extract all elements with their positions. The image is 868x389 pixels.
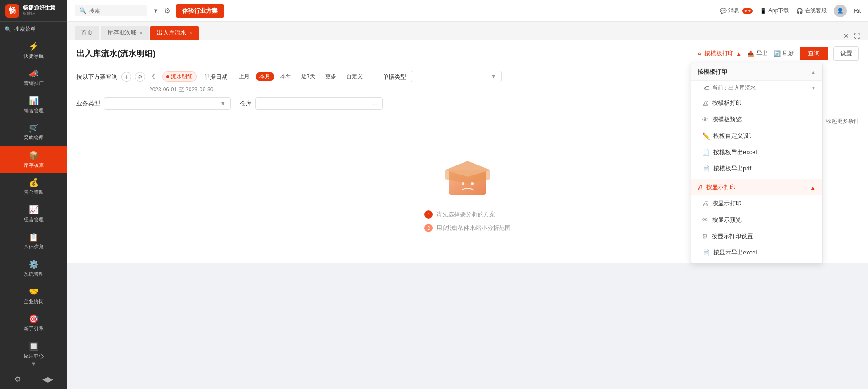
shortcut-current-month[interactable]: 本月 [256,72,274,81]
sidebar-item-marketing[interactable]: 📣 营销推广 [0,64,67,91]
export-icon: 📤 [747,50,754,57]
service-btn[interactable]: 🎧 在线客服 [796,7,827,15]
display-print-icon: 🖨 [702,200,708,207]
dropdown-item-template-preview[interactable]: 👁 按模板预览 [691,111,822,128]
nav-label: 经营管理 [24,216,44,223]
dropdown-item-display-pdf[interactable]: 📄 按显示导出pdf [691,261,822,263]
tab-home-label: 首页 [81,29,93,37]
sidebar-item-operation[interactable]: 📈 经营管理 [0,200,67,228]
shortcut-more[interactable]: 更多 [322,72,340,81]
search-input[interactable] [89,8,143,14]
purchase-icon: 🛒 [29,123,39,133]
nav-label: 新手引导 [24,325,44,332]
display-print-section-icon: 🖨 [698,184,703,191]
sidebar-search-btn[interactable]: 🔍 搜索菜单 [0,22,67,37]
user-avatar[interactable]: 👤 [834,5,847,17]
display-excel-icon: 📄 [702,249,710,256]
tab-batch[interactable]: 库存批次账 × [101,26,149,40]
query-button[interactable]: 查询 [800,47,828,60]
export-btn[interactable]: 📤 导出 [747,50,768,58]
top-bar: 🔍 ▼ ⚙ 体验行业方案 💬 消息 99+ 📱 App下载 🎧 在线客服 👤 [67,0,868,22]
filter-add-btn[interactable]: + [121,72,131,82]
sidebar-item-system[interactable]: ⚙️ 系统管理 [0,255,67,282]
active-filter-tag[interactable]: 流水明细 [162,71,197,82]
voucher-type-label: 单据类型 [383,73,406,81]
current-chevron[interactable]: ▼ [811,85,816,90]
step-num-2: 2 [424,224,433,232]
settings-gear-btn[interactable]: ⚙ [13,373,23,385]
tab-flow[interactable]: 出入库流水 × [150,26,198,40]
settings-button[interactable]: 设置 [833,46,859,61]
user-name[interactable]: Rit [854,8,861,14]
top-search[interactable]: 🔍 [75,5,147,16]
template-excel-icon: 📄 [702,149,710,156]
system-icon: ⚙️ [29,259,39,269]
win-close-btn[interactable]: ✕ [843,32,850,40]
sidebar-item-appcenter[interactable]: 🔲 应用中心 [0,337,67,359]
warehouse-label: 仓库 [240,100,252,108]
business-type-label: 业务类型 [76,100,100,108]
filter-voucher-area: 单据类型 ▼ [383,71,502,82]
dropdown-panel-header: 按模板打印 ▲ [691,63,822,81]
filter-collapse-chevron[interactable]: 《 [149,73,155,81]
collapse-more-btn[interactable]: ∧ 收起更多条件 [820,117,859,125]
dropdown-item-template-excel[interactable]: 📄 按模板导出excel [691,144,822,160]
sidebar-item-basic[interactable]: 📋 基础信息 [0,228,67,255]
dropdown-item-template-print[interactable]: 🖨 按模板打印 [691,95,822,111]
display-preview-icon: 👁 [702,216,708,224]
shortcut-last-month[interactable]: 上月 [235,72,253,81]
sidebar-item-purchase[interactable]: 🛒 采购管理 [0,119,67,146]
tab-flow-close[interactable]: × [189,30,192,35]
collapse-sidebar-btn[interactable]: ◀▶ [40,373,55,385]
template-custom-icon: ✏️ [702,132,710,140]
warehouse-select[interactable]: ··· [255,97,383,110]
dropdown-item-display-print[interactable]: 🖨 按显示打印 [691,195,822,212]
shortcut-current-year[interactable]: 本年 [277,72,295,81]
dropdown-collapse-btn[interactable]: ▲ [811,69,816,75]
message-badge: 99+ [742,8,753,14]
page-actions: 🖨 按模板打印 ▲ 📤 导出 🔄 刷新 查询 设置 按模板打印 [697,46,859,61]
dropdown-item-template-pdf[interactable]: 📄 按模板导出pdf [691,160,822,177]
nav-label: 企业协同 [24,298,44,305]
win-maximize-btn[interactable]: ⛶ [853,32,861,40]
business-type-wrap: 业务类型 ▼ [76,97,231,110]
business-type-select[interactable]: ▼ [104,97,231,110]
dropdown-item-display-excel[interactable]: 📄 按显示导出excel [691,244,822,261]
print-dropdown-btn[interactable]: 🖨 按模板打印 ▲ [697,50,742,58]
shortcut-custom[interactable]: 自定义 [343,72,366,81]
app-download-btn[interactable]: 📱 App下载 [760,7,789,15]
dropdown-item-display-settings[interactable]: ⚙ 按显示打印设置 [691,228,822,244]
sidebar-item-finance[interactable]: 💰 资金管理 [0,173,67,200]
voucher-type-select[interactable]: ▼ [411,71,502,82]
dropdown-divider [691,178,822,178]
quicknav-icon: ⚡ [29,41,39,51]
date-shortcuts: 上月 本月 本年 近7天 更多 自定义 [235,72,366,81]
tab-batch-close[interactable]: × [140,30,142,35]
sidebar-item-sales[interactable]: 📊 销售管理 [0,91,67,119]
dropdown-item-template-custom[interactable]: ✏️ 模板自定义设计 [691,128,822,144]
nav-label: 库存核算 [24,162,44,169]
warehouse-dots: ··· [373,100,378,107]
tab-home[interactable]: 首页 [75,26,99,40]
nav-label: 营销推广 [24,80,44,87]
sidebar-scroll-down[interactable]: ▼ [0,359,67,369]
logo-text: 畅捷通好生意 标准版 [23,5,55,17]
filter-settings-btn[interactable]: ⚙ [135,72,145,82]
dropdown-item-display-preview[interactable]: 👁 按显示预览 [691,212,822,228]
dropdown-sub-header-display[interactable]: 🖨 按显示打印 ▲ [691,179,822,195]
sidebar-item-collab[interactable]: 🤝 企业协同 [0,282,67,309]
print-icon: 🖨 [697,50,703,57]
message-btn[interactable]: 💬 消息 99+ [720,7,753,15]
refresh-btn[interactable]: 🔄 刷新 [773,50,794,58]
shortcut-last7days[interactable]: 近7天 [298,72,319,81]
refresh-icon: 🔄 [773,50,781,57]
search-dropdown-btn[interactable]: ▼ [153,7,159,14]
sidebar-item-guide[interactable]: 🎯 新手引导 [0,309,67,337]
app-download-icon: 📱 [760,8,767,14]
tab-bar: 首页 库存批次账 × 出入库流水 × ✕ ⛶ [67,22,868,40]
sidebar-item-quicknav[interactable]: ⚡ 快捷导航 [0,37,67,64]
display-collapse-btn[interactable]: ▲ [810,184,816,191]
topbar-gear-btn[interactable]: ⚙ [164,6,170,15]
sidebar-item-inventory[interactable]: 📦 库存核算 [0,146,67,173]
trial-btn[interactable]: 体验行业方案 [176,4,224,18]
